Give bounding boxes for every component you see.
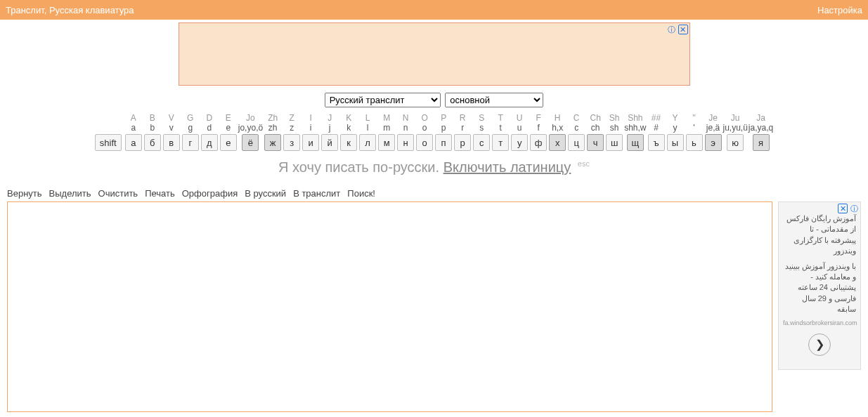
key-й[interactable]: й [321, 134, 338, 151]
key-ъ[interactable]: ъ [648, 134, 665, 151]
key-ё[interactable]: ё [242, 134, 259, 151]
key-ы[interactable]: ы [667, 134, 684, 151]
key-д[interactable]: д [201, 134, 218, 151]
toggle-latin-link[interactable]: Включить латиницу [443, 159, 571, 175]
ad-arrow-icon[interactable]: ❯ [808, 333, 831, 356]
latin-lower: zh [268, 123, 278, 133]
latin-lower: je,ä [706, 123, 720, 133]
toolbar-Орфография[interactable]: Орфография [182, 188, 238, 199]
ad-banner-top[interactable]: ⓘ ✕ [179, 22, 690, 86]
latin-upper: Sh [609, 113, 620, 123]
layout-select[interactable]: основной [445, 93, 543, 107]
latin-upper: K [346, 113, 351, 123]
latin-upper: Je [708, 113, 718, 123]
key-у[interactable]: у [511, 134, 528, 151]
latin-lower: z [290, 123, 294, 133]
latin-lower: jo,yo,ö [238, 123, 263, 133]
latin-upper: F [536, 113, 540, 123]
key-я[interactable]: я [753, 134, 770, 151]
latin-upper: G [187, 113, 193, 123]
key-х[interactable]: х [549, 134, 566, 151]
ad-info-icon[interactable]: ⓘ [849, 204, 859, 213]
ad-info-icon[interactable]: ⓘ [667, 25, 677, 34]
esc-hint: esc [578, 159, 590, 168]
latin-lower: ja,ya,q [749, 123, 773, 133]
ad-close-icon[interactable]: ✕ [838, 204, 848, 213]
latin-lower: l [367, 123, 369, 133]
key-ж[interactable]: ж [264, 134, 281, 151]
toolbar-Вернуть[interactable]: Вернуть [7, 188, 42, 199]
toolbar-В транслит[interactable]: В транслит [293, 188, 340, 199]
key-ш[interactable]: ш [606, 134, 623, 151]
key-ь[interactable]: ь [686, 134, 703, 151]
latin-upper: L [365, 113, 370, 123]
key-с[interactable]: с [473, 134, 490, 151]
key-б[interactable]: б [144, 134, 161, 151]
key-п[interactable]: п [435, 134, 452, 151]
latin-lower: p [441, 123, 446, 133]
ad-banner-side[interactable]: ⓘ ✕ آموزش رایگان فارکس از مقدماتی - تا پ… [778, 201, 861, 370]
key-з[interactable]: з [283, 134, 300, 151]
latin-upper: E [226, 113, 231, 123]
key-и[interactable]: и [302, 134, 319, 151]
latin-lower: g [188, 123, 193, 133]
main-textarea[interactable] [7, 201, 772, 412]
latin-upper: M [383, 113, 390, 123]
latin-upper: J [328, 113, 332, 123]
key-э[interactable]: э [705, 134, 722, 151]
settings-link[interactable]: Настройка [817, 5, 862, 15]
latin-upper: T [498, 113, 503, 123]
key-ч[interactable]: ч [587, 134, 604, 151]
key-ю[interactable]: ю [727, 134, 744, 151]
key-т[interactable]: т [492, 134, 509, 151]
key-ц[interactable]: ц [568, 134, 585, 151]
latin-upper: P [441, 113, 446, 123]
latin-upper: N [403, 113, 409, 123]
page-title-link[interactable]: Транслит, Русская клавиатура [6, 5, 134, 15]
ad-text-2: با ویندزور آموزش ببینید و معامله کنید - … [783, 261, 856, 315]
toolbar: ВернутьВыделитьОчиститьПечатьОрфографияВ… [7, 188, 868, 199]
latin-lower: h,x [552, 123, 563, 133]
latin-lower: ju,yu,ü [723, 123, 748, 133]
latin-upper: A [131, 113, 136, 123]
latin-lower: s [479, 123, 484, 133]
latin-lower: sh [610, 123, 619, 133]
latin-lower: i [310, 123, 312, 133]
latin-lower: # [654, 123, 659, 133]
key-м[interactable]: м [378, 134, 395, 151]
key-е[interactable]: е [220, 134, 237, 151]
key-р[interactable]: р [454, 134, 471, 151]
language-select[interactable]: Русский транслит [325, 93, 441, 107]
latin-upper: V [169, 113, 174, 123]
toolbar-Поиск![interactable]: Поиск! [347, 188, 375, 199]
latin-lower: b [150, 123, 155, 133]
latin-upper: Ch [590, 113, 600, 123]
latin-lower: n [403, 123, 408, 133]
toolbar-Печать[interactable]: Печать [145, 188, 175, 199]
key-г[interactable]: г [182, 134, 199, 151]
latin-upper: C [574, 113, 580, 123]
key-к[interactable]: к [340, 134, 357, 151]
ad-url: fa.windsorbrokersiran.com [783, 319, 856, 326]
toolbar-Выделить[interactable]: Выделить [49, 188, 91, 199]
key-щ[interactable]: щ [627, 134, 644, 151]
ad-close-icon[interactable]: ✕ [678, 25, 688, 34]
mode-hint-text: Я хочу писать по-русски. [278, 159, 443, 175]
key-н[interactable]: н [397, 134, 414, 151]
key-л[interactable]: л [359, 134, 376, 151]
latin-upper: Jo [246, 113, 255, 123]
key-о[interactable]: о [416, 134, 433, 151]
latin-lower: ' [693, 123, 694, 133]
shift-key[interactable]: shift [95, 134, 122, 151]
latin-lower: j [329, 123, 331, 133]
key-а[interactable]: а [125, 134, 142, 151]
toolbar-В русский[interactable]: В русский [245, 188, 286, 199]
latin-lower: k [346, 123, 351, 133]
latin-upper: Z [289, 113, 294, 123]
key-ф[interactable]: ф [530, 134, 547, 151]
latin-upper: R [460, 113, 466, 123]
key-в[interactable]: в [163, 134, 180, 151]
toolbar-Очистить[interactable]: Очистить [98, 188, 138, 199]
latin-lower: shh,w [624, 123, 646, 133]
latin-lower: y [673, 123, 678, 133]
